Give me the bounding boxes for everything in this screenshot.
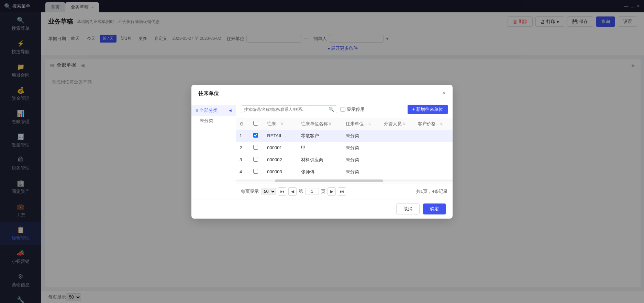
dialog-pagination: 每页显示 50 ⏮ ◀ 第 页 ▶ ⏭ 共1页，4条记录 bbox=[236, 184, 453, 199]
sort-icon: ⇅ bbox=[402, 122, 405, 126]
cell-num: 1 bbox=[236, 130, 250, 142]
dialog-body: ⊞ 全部分类 ◀ 未分类 🔍 bbox=[191, 101, 453, 199]
cell-category: 未分类 bbox=[342, 142, 380, 154]
cell-price bbox=[414, 154, 453, 166]
page-first-button[interactable]: ⏮ bbox=[278, 187, 286, 196]
cell-manager bbox=[380, 154, 414, 166]
cell-code: 000003 bbox=[264, 166, 298, 178]
cell-manager bbox=[380, 142, 414, 154]
partner-table: ⚙ 往来...⇅ 往来单位名称⇅ 往来单位...⇅ 分管人员⇅ 客户价格...⇅ bbox=[236, 118, 453, 178]
sort-manager[interactable]: 分管人员⇅ bbox=[384, 121, 411, 127]
dialog-close-button[interactable]: × bbox=[443, 90, 446, 96]
sort-icon: ⇅ bbox=[329, 122, 331, 126]
cell-price bbox=[414, 142, 453, 154]
dialog-main: 🔍 显示停用 + 新增往来单位 bbox=[236, 101, 453, 199]
cell-num: 4 bbox=[236, 166, 250, 178]
cell-checkbox[interactable] bbox=[250, 142, 264, 154]
table-row[interactable]: 1 RETAIL_... 零散客户 未分类 bbox=[236, 130, 453, 142]
dialog-table[interactable]: ⚙ 往来...⇅ 往来单位名称⇅ 往来单位...⇅ 分管人员⇅ 客户价格...⇅ bbox=[236, 118, 453, 178]
th-checkbox[interactable] bbox=[250, 118, 264, 130]
sort-icon: ⇅ bbox=[368, 122, 371, 126]
sort-icon: ⇅ bbox=[280, 122, 283, 126]
cell-checkbox[interactable] bbox=[250, 154, 264, 166]
col-code-label: 往来... bbox=[267, 121, 280, 127]
cell-code: RETAIL_... bbox=[264, 130, 298, 142]
col-category-label: 往来单位... bbox=[346, 121, 367, 127]
partner-dialog: 往来单位 × ⊞ 全部分类 ◀ 未分类 bbox=[191, 85, 453, 219]
cell-code: 000001 bbox=[264, 142, 298, 154]
category-uncategorized[interactable]: 未分类 bbox=[191, 116, 236, 126]
cell-name: 零散客户 bbox=[298, 130, 342, 142]
th-manager: 分管人员⇅ bbox=[380, 118, 414, 130]
select-all-checkbox[interactable] bbox=[253, 121, 258, 126]
table-row[interactable]: 4 000003 张师傅 未分类 bbox=[236, 166, 453, 178]
sort-price[interactable]: 客户价格...⇅ bbox=[418, 121, 449, 127]
per-page-select[interactable]: 50 bbox=[261, 188, 276, 195]
search-icon: 🔍 bbox=[329, 107, 334, 112]
cell-category: 未分类 bbox=[342, 130, 380, 142]
settings-icon: ⚙ bbox=[240, 121, 244, 127]
add-partner-button[interactable]: + 新增往来单位 bbox=[408, 105, 448, 114]
category-arrow-icon: ⊞ bbox=[196, 108, 198, 112]
sort-code[interactable]: 往来...⇅ bbox=[267, 121, 294, 127]
cell-manager bbox=[380, 130, 414, 142]
cell-checkbox[interactable] bbox=[250, 166, 264, 178]
sort-category[interactable]: 往来单位...⇅ bbox=[346, 121, 377, 127]
cell-name: 甲 bbox=[298, 142, 342, 154]
dialog-toolbar: 🔍 显示停用 + 新增往来单位 bbox=[236, 101, 453, 118]
show-disabled-input[interactable] bbox=[341, 107, 345, 112]
cancel-button[interactable]: 取消 bbox=[396, 203, 420, 214]
category-all[interactable]: ⊞ 全部分类 ◀ bbox=[191, 105, 236, 116]
page-last-button[interactable]: ⏭ bbox=[338, 187, 346, 196]
row-checkbox[interactable] bbox=[253, 157, 258, 162]
cell-price bbox=[414, 130, 453, 142]
dialog-sidebar: ⊞ 全部分类 ◀ 未分类 bbox=[191, 101, 236, 199]
scrollbar-thumb[interactable] bbox=[275, 179, 383, 182]
sort-name[interactable]: 往来单位名称⇅ bbox=[301, 121, 339, 127]
cell-num: 3 bbox=[236, 154, 250, 166]
col-manager-label: 分管人员 bbox=[384, 121, 402, 127]
cell-code: 000002 bbox=[264, 154, 298, 166]
th-settings[interactable]: ⚙ bbox=[236, 118, 250, 130]
category-all-label: 全部分类 bbox=[200, 107, 218, 114]
th-category: 往来单位...⇅ bbox=[342, 118, 380, 130]
page-label: 页 bbox=[321, 188, 325, 195]
table-row[interactable]: 2 000001 甲 未分类 bbox=[236, 142, 453, 154]
confirm-button[interactable]: 确定 bbox=[423, 203, 446, 214]
cell-checkbox[interactable] bbox=[250, 130, 264, 142]
row-checkbox[interactable] bbox=[253, 133, 258, 138]
search-box: 🔍 bbox=[241, 105, 337, 113]
cell-category: 未分类 bbox=[342, 154, 380, 166]
collapse-icon[interactable]: ◀ bbox=[229, 108, 232, 112]
page-input[interactable] bbox=[305, 188, 319, 195]
th-code: 往来...⇅ bbox=[264, 118, 298, 130]
col-name-label: 往来单位名称 bbox=[301, 121, 328, 127]
page-next-button[interactable]: ▶ bbox=[327, 187, 336, 196]
dialog-footer: 取消 确定 bbox=[191, 199, 453, 219]
cell-name: 材料供应商 bbox=[298, 154, 342, 166]
horizontal-scrollbar[interactable] bbox=[236, 179, 453, 182]
th-name: 往来单位名称⇅ bbox=[298, 118, 342, 130]
per-page-label: 每页显示 bbox=[241, 188, 259, 195]
page-num-label: 第 bbox=[299, 188, 303, 195]
row-checkbox[interactable] bbox=[253, 145, 258, 150]
row-checkbox[interactable] bbox=[253, 169, 258, 174]
modal-overlay: 往来单位 × ⊞ 全部分类 ◀ 未分类 bbox=[0, 0, 644, 303]
page-prev-button[interactable]: ◀ bbox=[288, 187, 297, 196]
dialog-title: 往来单位 bbox=[198, 90, 219, 97]
cell-category: 未分类 bbox=[342, 166, 380, 178]
th-price: 客户价格...⇅ bbox=[414, 118, 453, 130]
cell-manager bbox=[380, 166, 414, 178]
show-disabled-checkbox[interactable]: 显示停用 bbox=[341, 106, 365, 113]
cell-name: 张师傅 bbox=[298, 166, 342, 178]
sort-icon: ⇅ bbox=[440, 122, 443, 126]
col-price-label: 客户价格... bbox=[418, 121, 440, 127]
dialog-header: 往来单位 × bbox=[191, 85, 453, 101]
category-sub-label: 未分类 bbox=[200, 118, 213, 124]
pagination-total: 共1页，4条记录 bbox=[416, 188, 448, 195]
search-input[interactable] bbox=[244, 107, 327, 112]
show-disabled-label: 显示停用 bbox=[347, 106, 365, 113]
table-row[interactable]: 3 000002 材料供应商 未分类 bbox=[236, 154, 453, 166]
cell-price bbox=[414, 166, 453, 178]
cell-num: 2 bbox=[236, 142, 250, 154]
